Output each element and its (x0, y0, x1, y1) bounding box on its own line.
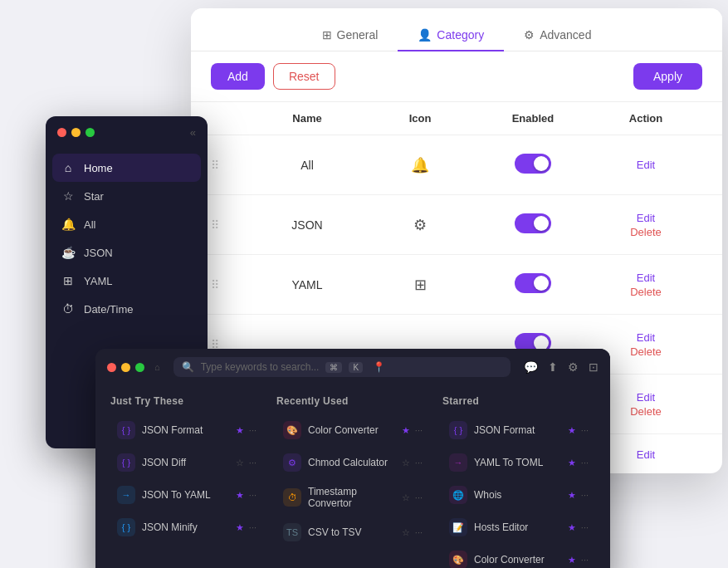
star-icon[interactable]: ★ (402, 425, 410, 436)
row-toggle-all[interactable] (476, 154, 589, 176)
table-row: ⠿ All 🔔 Edit (191, 135, 722, 195)
list-item[interactable]: → JSON To YAML ★··· (110, 480, 263, 510)
sidebar-item-all[interactable]: 🔔 All (46, 210, 208, 238)
row-actions-yaml: Edit Delete (589, 272, 702, 298)
star-icon[interactable]: ☆ (402, 458, 410, 468)
delete-button-json[interactable]: Delete (630, 226, 662, 238)
more-icon[interactable]: ··· (581, 458, 589, 468)
sidebar-item-json[interactable]: ☕ JSON (46, 238, 208, 267)
sidebar-item-yaml[interactable]: ⊞ YAML (46, 267, 208, 295)
collapse-icon[interactable]: « (190, 126, 196, 139)
list-item[interactable]: 🎨 Color Converter ★··· (442, 545, 595, 568)
advanced-icon: ⚙ (524, 28, 535, 42)
more-icon[interactable]: ··· (249, 490, 257, 500)
list-item[interactable]: { } JSON Minify ★··· (110, 512, 263, 542)
row-actions-all: Edit (589, 159, 702, 171)
row-toggle-json[interactable] (476, 213, 589, 236)
settings-icon[interactable]: ⚙ (568, 360, 579, 374)
close-dot[interactable] (57, 128, 66, 137)
more-icon[interactable]: ··· (415, 458, 423, 468)
edit-button-yaml[interactable]: Edit (637, 272, 655, 284)
delete-button-yaml[interactable]: Delete (630, 286, 662, 298)
row-actions-json: Edit Delete (589, 212, 702, 238)
star-icon[interactable]: ★ (568, 555, 576, 566)
drag-handle[interactable]: ⠿ (211, 278, 251, 291)
list-item[interactable]: 🌐 Whois ★··· (442, 480, 595, 510)
list-item[interactable]: ⏱ Timestamp Convertor ☆··· (276, 480, 429, 515)
star-icon[interactable]: ★ (236, 522, 244, 533)
tool-icon: { } (117, 518, 135, 536)
tool-icon: 🎨 (449, 551, 467, 568)
list-item[interactable]: { } JSON Format ★··· (110, 415, 263, 445)
star-icon[interactable]: ☆ (402, 527, 410, 538)
close-dot-b[interactable] (107, 363, 116, 372)
apply-button[interactable]: Apply (633, 63, 702, 90)
category-icon: 👤 (418, 28, 432, 42)
more-icon[interactable]: ··· (415, 425, 423, 435)
window-icon[interactable]: ⊡ (589, 360, 599, 374)
col-action: Action (589, 102, 702, 135)
edit-button-4[interactable]: Edit (637, 331, 655, 344)
add-button[interactable]: Add (211, 63, 265, 90)
list-item[interactable]: TS CSV to TSV ☆··· (276, 517, 429, 547)
maximize-dot[interactable] (86, 128, 95, 137)
delete-button-4[interactable]: Delete (630, 345, 662, 358)
share-icon[interactable]: ⬆ (548, 360, 558, 374)
star-icon[interactable]: ★ (236, 425, 244, 436)
list-item[interactable]: 🎨 Color Converter ★··· (276, 415, 429, 445)
maximize-dot-b[interactable] (135, 363, 144, 372)
minimize-dot[interactable] (71, 128, 81, 137)
starred-title: Starred (442, 395, 595, 407)
chat-icon[interactable]: 💬 (524, 360, 538, 374)
more-icon[interactable]: ··· (581, 522, 589, 532)
tool-icon: { } (117, 421, 135, 439)
edit-button-all[interactable]: Edit (637, 159, 655, 171)
recently-used-title: Recently Used (276, 395, 429, 407)
more-icon[interactable]: ··· (249, 425, 257, 435)
tab-category[interactable]: 👤 Category (398, 20, 504, 51)
star-icon[interactable]: ★ (568, 522, 576, 533)
star-icon[interactable]: ★ (568, 425, 576, 436)
delete-button-5[interactable]: Delete (630, 405, 662, 418)
sidebar-item-home[interactable]: ⌂ Home (52, 154, 201, 182)
bottom-window: ⌂ 🔍 Type keywords to search... ⌘ K 📍 💬 ⬆… (95, 349, 610, 568)
row-toggle-yaml[interactable] (476, 273, 589, 296)
sidebar-item-datetime[interactable]: ⏱ Date/Time (46, 295, 208, 323)
drag-handle[interactable]: ⠿ (211, 159, 251, 172)
tool-icon: TS (283, 523, 301, 541)
row-name-all: All (251, 159, 364, 172)
star-icon[interactable]: ★ (236, 490, 244, 501)
edit-button-5[interactable]: Edit (637, 391, 655, 404)
more-icon[interactable]: ··· (415, 527, 423, 537)
more-icon[interactable]: ··· (581, 490, 589, 500)
search-input[interactable]: Type keywords to search... (201, 361, 320, 373)
just-try-title: Just Try These (110, 395, 263, 407)
location-icon: 📍 (373, 361, 385, 373)
tab-general[interactable]: ⊞ General (302, 20, 398, 51)
row-icon-all: 🔔 (364, 156, 476, 174)
edit-button-6[interactable]: Edit (637, 448, 655, 461)
star-icon[interactable]: ★ (568, 458, 576, 468)
list-item[interactable]: 📝 Hosts Editor ★··· (442, 512, 595, 542)
edit-button-json[interactable]: Edit (637, 212, 655, 224)
more-icon[interactable]: ··· (581, 555, 589, 565)
minimize-dot-b[interactable] (121, 363, 130, 372)
reset-button[interactable]: Reset (273, 63, 335, 90)
more-icon[interactable]: ··· (249, 522, 257, 532)
list-item[interactable]: ⚙ Chmod Calculator ☆··· (276, 448, 429, 477)
star-icon[interactable]: ☆ (402, 492, 410, 503)
drag-handle[interactable]: ⠿ (211, 218, 251, 232)
star-icon[interactable]: ☆ (236, 458, 244, 468)
more-icon[interactable]: ··· (415, 492, 423, 502)
tab-advanced[interactable]: ⚙ Advanced (504, 20, 611, 51)
star-icon[interactable]: ★ (568, 490, 576, 501)
bottom-toolbar-icons: 💬 ⬆ ⚙ ⊡ (524, 360, 599, 374)
list-item[interactable]: { } JSON Diff ☆··· (110, 448, 263, 477)
more-icon[interactable]: ··· (581, 425, 589, 435)
sidebar-nav: ⌂ Home ☆ Star 🔔 All ☕ JSON ⊞ YAML ⏱ Date… (46, 149, 208, 328)
list-item[interactable]: { } JSON Format ★··· (442, 415, 595, 445)
col-drag (211, 102, 251, 135)
sidebar-item-star[interactable]: ☆ Star (46, 182, 208, 210)
more-icon[interactable]: ··· (249, 458, 257, 468)
list-item[interactable]: → YAML To TOML ★··· (442, 448, 595, 477)
